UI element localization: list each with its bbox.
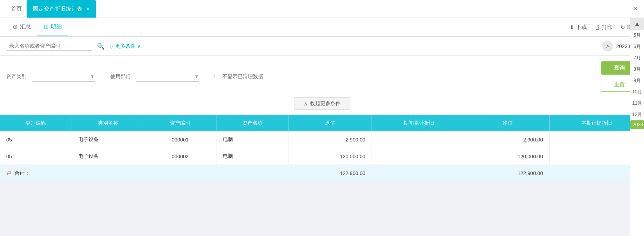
hide-cleared-checkbox[interactable] (215, 74, 220, 79)
cell-asset-name: 电脑 (216, 131, 288, 148)
sidebar-month[interactable]: 6月 (632, 41, 642, 52)
sidebar-month[interactable]: 8月 (632, 64, 642, 75)
category-dropdown-icon: ▼ (90, 74, 95, 79)
table-row[interactable]: 05 电子设备 000001 电脑 2,900.00 2,900.00 (0, 131, 644, 148)
table-header-row: 类别编码 类别名称 资产编码 资产名称 原值 期初累计折旧 净值 本期计提折旧 (0, 115, 644, 131)
cell-asset-name: 电脑 (216, 148, 288, 165)
home-nav[interactable]: 首页 (6, 5, 27, 13)
cell-category-name: 电子设备 (72, 131, 144, 148)
toolbar-right: ⬇ 下载 🖨 打印 ↻ 刷新 (570, 24, 638, 31)
total-icon: 🏷 (6, 170, 11, 176)
cell-asset-code: 000002 (144, 148, 216, 165)
cell-original-value: 120,000.00 (289, 148, 372, 165)
cell-accumulated-depreciation (372, 131, 466, 148)
col-asset-code: 资产编码 (144, 115, 216, 131)
summary-icon: ⊕ (13, 23, 18, 30)
print-icon: 🖨 (595, 24, 600, 30)
tab-detail-label: 明细 (51, 23, 62, 30)
department-dropdown-icon: ▼ (194, 74, 199, 79)
tab-label: 固定资产折旧统计表 (33, 5, 82, 13)
download-label: 下载 (576, 24, 587, 31)
print-button[interactable]: 🖨 打印 (595, 24, 613, 31)
sidebar-up-button[interactable]: ▲ (630, 18, 644, 30)
collapse-arrow-icon: ∧ (304, 101, 308, 107)
filter-panel: 资产类别 ▼ 使用部门 ▼ 不显示已清理数据 查询 重置 ∧ (0, 56, 644, 115)
total-asset-name (216, 165, 288, 182)
sidebar-month[interactable]: 10月 (632, 86, 642, 98)
sidebar-month[interactable]: 12月 (632, 109, 642, 120)
cell-category-name: 电子设备 (72, 148, 144, 165)
asset-category-label: 资产类别 (6, 73, 28, 80)
hide-cleared-field[interactable]: 不显示已清理数据 (215, 73, 263, 80)
tab-summary[interactable]: ⊕ 汇总 (6, 18, 37, 36)
data-table: 类别编码 类别名称 资产编码 资产名称 原值 期初累计折旧 净值 本期计提折旧 … (0, 115, 644, 182)
col-category-name: 类别名称 (72, 115, 144, 131)
print-label: 打印 (602, 24, 613, 31)
sidebar-month[interactable]: 5月 (632, 30, 642, 41)
sidebar-month[interactable]: 11月 (632, 98, 642, 109)
col-accumulated-depreciation: 期初累计折旧 (372, 115, 466, 131)
total-accumulated-depreciation (372, 165, 466, 182)
top-bar: 首页 固定资产折旧统计表 × × (0, 0, 644, 18)
cell-asset-code: 000001 (144, 131, 216, 148)
search-bar: 🔍 ▽ 更多条件 ∨ > 2023.01 (0, 37, 644, 56)
cell-accumulated-depreciation (372, 148, 466, 165)
expand-panel-button[interactable]: > (602, 41, 613, 52)
tab-detail[interactable]: ⊞ 明细 (37, 18, 68, 36)
tab-summary-label: 汇总 (20, 23, 31, 30)
hide-cleared-label: 不显示已清理数据 (222, 73, 263, 80)
total-net-value: 122,900.00 (466, 165, 550, 182)
col-category-code: 类别编码 (0, 115, 72, 131)
refresh-icon: ↻ (621, 24, 625, 30)
total-label: 合计： (14, 170, 30, 176)
download-button[interactable]: ⬇ 下载 (570, 24, 587, 31)
department-label: 使用部门 (110, 73, 132, 80)
department-select[interactable]: ▼ (136, 72, 199, 82)
filter-icon: ▽ (110, 43, 114, 49)
asset-category-field: 资产类别 ▼ (6, 72, 95, 82)
total-original-value: 122,900.00 (289, 165, 372, 182)
col-original-value: 原值 (289, 115, 372, 131)
collapse-label: 收起更多条件 (310, 100, 341, 107)
asset-category-select[interactable]: ▼ (32, 72, 95, 82)
col-asset-name: 资产名称 (216, 115, 288, 131)
filter-arrow-icon: ∨ (137, 43, 141, 49)
cell-original-value: 2,900.00 (289, 131, 372, 148)
search-icon[interactable]: 🔍 (97, 43, 105, 50)
right-sidebar: ▲ 5月6月7月8月9月10月11月12月 2023 (630, 18, 644, 236)
table-total-row: 🏷 合计： 122,900.00 122,900.00 (0, 165, 644, 182)
filter-label: 更多条件 (115, 43, 135, 50)
window-close-icon[interactable]: × (633, 5, 638, 13)
sidebar-month[interactable]: 7月 (632, 52, 642, 64)
tab-close-icon[interactable]: × (86, 5, 90, 13)
more-filter-button[interactable]: ▽ 更多条件 ∨ (110, 43, 141, 50)
table-row[interactable]: 05 电子设备 000002 电脑 120,000.00 120,000.00 (0, 148, 644, 165)
col-net-value: 净值 (466, 115, 550, 131)
cell-net-value: 120,000.00 (466, 148, 550, 165)
filter-row: 资产类别 ▼ 使用部门 ▼ 不显示已清理数据 查询 重置 (6, 61, 638, 97)
sidebar-year[interactable]: 2023 (630, 120, 644, 129)
total-label-cell: 🏷 合计： (0, 165, 216, 182)
cell-category-code: 05 (0, 131, 72, 148)
download-icon: ⬇ (570, 24, 574, 30)
cell-category-code: 05 (0, 148, 72, 165)
cell-net-value: 2,900.00 (466, 131, 550, 148)
search-input[interactable] (6, 41, 92, 51)
secondary-tabs-bar: ⊕ 汇总 ⊞ 明细 ⬇ 下载 🖨 打印 ↻ 刷新 (0, 18, 644, 37)
main-tab[interactable]: 固定资产折旧统计表 × (27, 0, 96, 18)
sidebar-month[interactable]: 9月 (632, 75, 642, 86)
detail-icon: ⊞ (43, 23, 49, 30)
department-field: 使用部门 ▼ (110, 72, 199, 82)
collapse-button[interactable]: ∧ 收起更多条件 (294, 97, 350, 110)
